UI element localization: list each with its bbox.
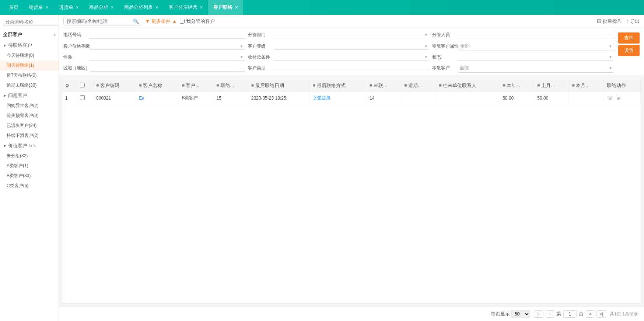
sidebar-item-repurchase-anomaly[interactable]: 回购异常客户(2) bbox=[0, 101, 59, 111]
next-page-btn[interactable]: > bbox=[586, 310, 594, 318]
nav-customer-tier[interactable]: 客户分层经营 ✕ bbox=[164, 0, 208, 15]
my-customers-checkbox[interactable] bbox=[180, 19, 185, 24]
filter-customer-type-select[interactable] bbox=[274, 67, 430, 69]
action-icons: ☏ ⊞ bbox=[607, 95, 637, 101]
filter-retail-attr: 零散客户属性 全部 ▼ bbox=[432, 42, 614, 51]
qr-icon[interactable]: ⊞ bbox=[616, 95, 621, 101]
main-layout: 🔍 全部客户 « ▼ 待联络客户 今天待联络(0) 明天待联络(1) 近7天待联… bbox=[0, 15, 644, 321]
close-customer-tier-icon[interactable]: ✕ bbox=[200, 5, 203, 10]
sidebar-item-declining[interactable]: 持续下滑客户(2) bbox=[0, 131, 59, 141]
my-customers-checkbox-label[interactable]: 我分管的客户 bbox=[180, 18, 215, 25]
filter-region-select[interactable]: ··· bbox=[90, 65, 245, 72]
sidebar-search-input[interactable] bbox=[3, 18, 59, 26]
group-problem-customers[interactable]: ▼ 问题客户 bbox=[0, 90, 59, 101]
filter-retail-attr-label: 零散客户属性 bbox=[432, 43, 459, 49]
cell-name[interactable]: Ea bbox=[136, 92, 179, 104]
filter-price-grade-select[interactable]: ▼ bbox=[90, 43, 245, 50]
table-header-row: ⚙ ≡ 客户编码 ≡ 客户名称 ≡ 客户... ≡ 联络... ≡ 最后联络日期… bbox=[62, 79, 641, 92]
value-customer-refresh-icon[interactable]: ↻ bbox=[29, 144, 32, 148]
group-value-customers[interactable]: ▼ 价值客户 ↻ ✎ bbox=[0, 141, 59, 151]
sidebar-item-overdue-contact[interactable]: 逾期未联络(30) bbox=[0, 80, 59, 90]
col-checkbox[interactable] bbox=[77, 79, 93, 92]
nav-customer-contact[interactable]: 客户联络 ✕ bbox=[208, 0, 243, 15]
filter-phone: 电话号码 bbox=[63, 31, 245, 39]
filter-phone-input[interactable] bbox=[89, 31, 245, 39]
nav-home[interactable]: 首页 bbox=[4, 0, 24, 15]
sidebar-item-type-a[interactable]: A类客户(1) bbox=[0, 161, 59, 171]
filter-retail-attr-select[interactable]: 全部 ▼ bbox=[459, 42, 614, 51]
filter-actions: 查询 设置 bbox=[618, 32, 640, 56]
cell-checkbox[interactable] bbox=[77, 92, 93, 104]
close-sales-icon[interactable]: ✕ bbox=[45, 5, 49, 10]
close-product-analysis-icon[interactable]: ✕ bbox=[111, 5, 114, 10]
phone-icon[interactable]: ☏ bbox=[607, 95, 613, 101]
nav-purchase[interactable]: 进货单 ✕ bbox=[54, 0, 84, 15]
export-btn[interactable]: ↑ 导出 bbox=[626, 18, 640, 25]
filter-status-select[interactable]: ▼ bbox=[458, 54, 614, 61]
col-contact-count: ≡ 联络... bbox=[213, 79, 248, 92]
close-purchase-icon[interactable]: ✕ bbox=[76, 5, 79, 10]
col-this-month: ≡ 本月... bbox=[569, 79, 603, 92]
chevron-down-icon-8: ▼ bbox=[609, 66, 612, 70]
filter-payment-select[interactable]: ▼ bbox=[274, 54, 430, 61]
nav-product-analysis-list[interactable]: 商品分析列表 ✕ bbox=[119, 0, 164, 15]
nav-sales[interactable]: 销货单 ✕ bbox=[24, 0, 54, 15]
cell-last-contact-method[interactable]: 下销货单 bbox=[310, 92, 367, 104]
cell-last-contact-date: 2023-05-23 18:25: bbox=[248, 92, 309, 104]
page-input[interactable] bbox=[563, 310, 577, 318]
more-conditions-btn[interactable]: ▼ 更多条件 ▲ bbox=[145, 18, 177, 25]
sidebar-item-churn-warning[interactable]: 流失预警客户(3) bbox=[0, 111, 59, 121]
table-wrapper: ⚙ ≡ 客户编码 ≡ 客户名称 ≡ 客户... ≡ 联络... ≡ 最后联络日期… bbox=[62, 79, 641, 304]
last-page-btn[interactable]: >| bbox=[596, 310, 606, 318]
page-size-select[interactable]: 50 100 200 bbox=[511, 310, 530, 318]
sidebar-item-churned[interactable]: 已流失客户(24) bbox=[0, 121, 59, 131]
filter-phone-label: 电话号码 bbox=[63, 32, 89, 38]
close-customer-contact-icon[interactable]: ✕ bbox=[235, 5, 238, 10]
cell-this-year: 50.00 bbox=[500, 92, 534, 104]
sidebar: 🔍 全部客户 « ▼ 待联络客户 今天待联络(0) 明天待联络(1) 近7天待联… bbox=[0, 15, 59, 321]
filter-row-2: 客户价格等级 ▼ 客户等级 ▼ bbox=[63, 42, 614, 51]
sidebar-item-type-c[interactable]: C类客户(6) bbox=[0, 181, 59, 191]
row-checkbox[interactable] bbox=[80, 95, 85, 100]
col-overdue: ≡ 逾期... bbox=[401, 79, 436, 92]
sidebar-item-type-b[interactable]: B类客户(33) bbox=[0, 171, 59, 181]
select-all-checkbox[interactable] bbox=[80, 83, 85, 87]
cell-last-month: 50.00 bbox=[534, 92, 569, 104]
all-customers-section[interactable]: 全部客户 « bbox=[0, 29, 59, 40]
checkbox-icon: ☑ bbox=[597, 18, 601, 24]
filter-gender-select[interactable]: ▼ bbox=[89, 54, 245, 61]
filter-customer-grade-select[interactable]: ▼ bbox=[274, 43, 430, 50]
search-icon[interactable]: 🔍 bbox=[133, 18, 139, 24]
nav-product-analysis[interactable]: 商品分析 ✕ bbox=[84, 0, 119, 15]
filter-person-select[interactable]: ··· bbox=[458, 32, 614, 38]
filter-price-grade-label: 客户价格等级 bbox=[63, 43, 90, 49]
first-page-btn[interactable]: |< bbox=[534, 310, 543, 318]
filter-row-1: 电话号码 分管部门 ▼ 分管人员 bbox=[63, 31, 614, 39]
filter-person-label: 分管人员 bbox=[432, 32, 458, 38]
sidebar-item-today-contact[interactable]: 今天待联络(0) bbox=[0, 51, 59, 61]
value-customer-edit-icon[interactable]: ✎ bbox=[33, 144, 36, 148]
filter-dept-select[interactable]: ▼ bbox=[274, 32, 430, 38]
filter-region: 区域（地区） ··· bbox=[63, 65, 245, 72]
filter-customer-grade-label: 客户等级 bbox=[248, 43, 274, 49]
sidebar-item-ungrouped[interactable]: 未分组(32) bbox=[0, 151, 59, 161]
set-btn[interactable]: 设置 bbox=[618, 45, 640, 56]
collapse-icon[interactable]: « bbox=[53, 32, 56, 37]
filter-gender: 性质 ▼ bbox=[63, 54, 245, 61]
batch-op-btn[interactable]: ☑ 批量操作 bbox=[597, 18, 622, 25]
group-pending-contact[interactable]: ▼ 待联络客户 bbox=[0, 40, 59, 51]
filter-retail-customer-select[interactable]: 全部 ▼ bbox=[458, 63, 614, 73]
col-uncontacted: ≡ 未联... bbox=[367, 79, 401, 92]
sidebar-item-7day-contact[interactable]: 近7天待联络(0) bbox=[0, 70, 59, 80]
cell-type: B类客户 bbox=[179, 92, 213, 104]
sidebar-item-tomorrow-contact[interactable]: 明天待联络(1) bbox=[0, 61, 59, 70]
close-product-list-icon[interactable]: ✕ bbox=[155, 5, 158, 10]
top-nav: 首页 销货单 ✕ 进货单 ✕ 商品分析 ✕ 商品分析列表 ✕ 客户分层经营 ✕ … bbox=[0, 0, 644, 15]
search-input[interactable] bbox=[67, 18, 133, 24]
prev-page-btn[interactable]: < bbox=[546, 310, 554, 318]
filter-person: 分管人员 ··· bbox=[432, 32, 614, 38]
cell-overdue bbox=[401, 92, 436, 104]
chevron-down-icon-2: ▼ bbox=[240, 44, 244, 48]
query-btn[interactable]: 查询 bbox=[618, 32, 640, 44]
col-settings[interactable]: ⚙ bbox=[62, 79, 77, 92]
